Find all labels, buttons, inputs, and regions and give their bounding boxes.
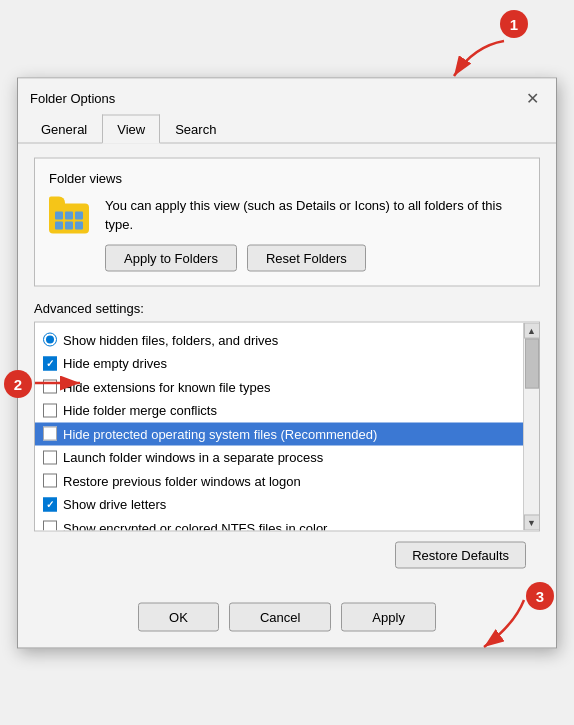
tab-search[interactable]: Search	[160, 114, 231, 143]
scrollbar-thumb-area	[524, 338, 539, 514]
title-bar: Folder Options ✕	[18, 78, 556, 114]
checkbox-5[interactable]	[43, 450, 57, 464]
grid-cell	[75, 221, 83, 229]
setting-label-5: Launch folder windows in a separate proc…	[63, 448, 323, 468]
checkbox-6[interactable]	[43, 474, 57, 488]
grid-cell	[55, 211, 63, 219]
setting-label-1: Hide empty drives	[63, 354, 167, 374]
setting-item-2[interactable]: Hide extensions for known file types	[35, 375, 523, 399]
folder-views-inner: You can apply this view (such as Details…	[49, 195, 525, 271]
dialog-footer: OK Cancel Apply	[18, 592, 556, 647]
setting-item-4[interactable]: Hide protected operating system files (R…	[35, 422, 523, 446]
scrollbar-down-button[interactable]: ▼	[524, 514, 540, 530]
apply-button[interactable]: Apply	[341, 602, 436, 631]
scrollbar-track[interactable]: ▲ ▼	[523, 322, 539, 530]
scrollbar-up-button[interactable]: ▲	[524, 322, 540, 338]
restore-defaults-button[interactable]: Restore Defaults	[395, 541, 526, 568]
folder-grid	[55, 211, 83, 229]
setting-item-0[interactable]: Show hidden files, folders, and drives	[35, 328, 523, 352]
setting-item-6[interactable]: Restore previous folder windows at logon	[35, 469, 523, 493]
checkbox-7[interactable]	[43, 497, 57, 511]
checkbox-8[interactable]	[43, 521, 57, 530]
scrollbar-thumb[interactable]	[525, 338, 539, 388]
settings-list-wrap: Show hidden files, folders, and drives H…	[34, 321, 540, 531]
dialog: Folder Options ✕ General View Search Fol…	[17, 77, 557, 648]
grid-cell	[55, 221, 63, 229]
setting-label-8: Show encrypted or colored NTFS files in …	[63, 518, 327, 530]
setting-item-8[interactable]: Show encrypted or colored NTFS files in …	[35, 516, 523, 530]
bottom-bar: Restore Defaults	[34, 531, 540, 578]
reset-folders-button[interactable]: Reset Folders	[247, 244, 366, 271]
checkbox-1[interactable]	[43, 356, 57, 370]
setting-item-3[interactable]: Hide folder merge conflicts	[35, 399, 523, 423]
folder-views-right: You can apply this view (such as Details…	[105, 195, 525, 271]
dialog-title: Folder Options	[30, 91, 115, 106]
folder-view-buttons: Apply to Folders Reset Folders	[105, 244, 525, 271]
setting-label-7: Show drive letters	[63, 495, 166, 515]
settings-list[interactable]: Show hidden files, folders, and drives H…	[35, 322, 523, 530]
setting-label-2: Hide extensions for known file types	[63, 377, 270, 397]
annotation-1: 1	[500, 10, 528, 38]
cancel-button[interactable]: Cancel	[229, 602, 331, 631]
tab-view[interactable]: View	[102, 114, 160, 143]
tab-bar: General View Search	[18, 114, 556, 143]
grid-cell	[75, 211, 83, 219]
advanced-settings-label: Advanced settings:	[34, 300, 540, 315]
checkbox-4[interactable]	[43, 427, 57, 441]
folder-views-description: You can apply this view (such as Details…	[105, 195, 525, 234]
apply-to-folders-button[interactable]: Apply to Folders	[105, 244, 237, 271]
radio-show-hidden[interactable]	[43, 333, 57, 347]
folder-views-section: Folder views	[34, 157, 540, 286]
setting-item-5[interactable]: Launch folder windows in a separate proc…	[35, 446, 523, 470]
grid-cell	[65, 211, 73, 219]
tab-general[interactable]: General	[26, 114, 102, 143]
ok-button[interactable]: OK	[138, 602, 219, 631]
setting-label-4: Hide protected operating system files (R…	[63, 424, 377, 444]
grid-cell	[65, 221, 73, 229]
folder-views-title: Folder views	[49, 170, 525, 185]
folder-icon	[49, 195, 93, 233]
setting-item-7[interactable]: Show drive letters	[35, 493, 523, 517]
setting-label-6: Restore previous folder windows at logon	[63, 471, 301, 491]
folder-icon-back	[49, 203, 89, 233]
setting-label-0: Show hidden files, folders, and drives	[63, 330, 278, 350]
setting-item-1[interactable]: Hide empty drives	[35, 352, 523, 376]
setting-label-3: Hide folder merge conflicts	[63, 401, 217, 421]
checkbox-3[interactable]	[43, 403, 57, 417]
close-button[interactable]: ✕	[520, 86, 544, 110]
checkbox-2[interactable]	[43, 380, 57, 394]
tab-content: Folder views	[18, 143, 556, 592]
page-wrapper: 1 2 3 Fo	[0, 0, 574, 725]
